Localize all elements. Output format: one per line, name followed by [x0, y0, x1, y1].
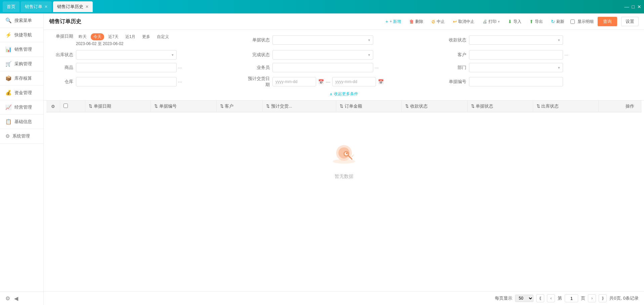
- sidebar-item-operations[interactable]: 📈 经营管理: [0, 100, 43, 115]
- sidebar-item-basic-info[interactable]: 📋 基础信息: [0, 115, 43, 129]
- col-amount[interactable]: ⇅ 订单金额: [336, 101, 402, 112]
- calendar-start-icon[interactable]: 📅: [318, 79, 324, 84]
- export-button[interactable]: ⬆ 导出: [527, 18, 545, 26]
- sidebar-item-search-menu[interactable]: 🔍 搜索菜单: [0, 13, 43, 28]
- warehouse-filter-label: 仓库: [49, 79, 76, 85]
- empty-icon: [327, 139, 361, 169]
- col-outbound-status[interactable]: ⇅ 出库状态: [533, 101, 598, 112]
- warehouse-dots[interactable]: ···: [178, 79, 182, 84]
- settings-button[interactable]: 设置: [621, 17, 639, 26]
- inventory-icon: 📦: [5, 75, 12, 81]
- payment-status-select[interactable]: ▾: [469, 35, 563, 45]
- date-chip-yesterday[interactable]: 昨天: [76, 33, 89, 40]
- date-chip-more[interactable]: 更多: [139, 33, 153, 40]
- col-date[interactable]: ⇅ 单据日期: [85, 101, 151, 112]
- calendar-end-icon[interactable]: 📅: [378, 79, 384, 84]
- tab-sales-order-history-label: 销售订单历史: [57, 4, 83, 10]
- stop-icon: ⊘: [431, 19, 435, 24]
- warehouse-input[interactable]: [76, 77, 177, 86]
- page-size-select[interactable]: 50 20 100: [515, 295, 533, 302]
- date-chips: 昨天 今天 近7天 近1月 更多 自定义: [76, 33, 172, 40]
- date-chip-today[interactable]: 今天: [91, 33, 104, 40]
- export-icon: ⬆: [529, 19, 533, 24]
- col-customer[interactable]: ⇅ 客户: [216, 101, 262, 112]
- date-filter-label: 单据日期: [49, 33, 76, 39]
- display-detail-toggle[interactable]: 显示明细: [570, 19, 594, 25]
- import-button[interactable]: ⬇ 导入: [506, 18, 523, 26]
- close-button[interactable]: ✕: [637, 4, 641, 9]
- customer-dots[interactable]: ···: [564, 52, 568, 58]
- col-no[interactable]: ⇅ 单据编号: [151, 101, 216, 112]
- sidebar-item-label: 搜索菜单: [14, 17, 32, 24]
- sidebar-item-system[interactable]: ⚙ 系统管理: [0, 129, 43, 144]
- window-controls: — □ ✕: [625, 4, 641, 9]
- table-header-row: ⚙ ⇅ 单据日期 ⇅ 单据编号 ⇅: [46, 101, 641, 112]
- date-chip-7days[interactable]: 近7天: [105, 33, 121, 40]
- department-select[interactable]: ▾: [469, 63, 563, 72]
- minimize-button[interactable]: —: [625, 4, 629, 9]
- date-chip-1month[interactable]: 近1月: [123, 33, 138, 40]
- sidebar-item-inventory[interactable]: 📦 库存核算: [0, 71, 43, 86]
- delivery-date-start[interactable]: yyyy-mm-dd: [272, 77, 316, 86]
- settings-icon[interactable]: ⚙: [5, 295, 10, 302]
- product-filter-label: 商品: [49, 65, 76, 71]
- quick-nav-icon: ⚡: [5, 32, 12, 38]
- sidebar-item-sales[interactable]: 📊 销售管理: [0, 42, 43, 57]
- query-button[interactable]: 查询: [598, 17, 617, 26]
- salesperson-dots[interactable]: ···: [375, 65, 379, 70]
- tab-sales-order-close[interactable]: ✕: [44, 4, 48, 9]
- delivery-date-end[interactable]: yyyy-mm-dd: [332, 77, 376, 86]
- print-button[interactable]: 🖨 打印 ▾: [480, 18, 502, 26]
- total-records-label: 共0页, 0条记录: [609, 295, 639, 301]
- cancel-button[interactable]: ↩ 取消中止: [451, 18, 476, 26]
- new-button[interactable]: + + 新增: [383, 18, 403, 26]
- tab-sales-order-history-close[interactable]: ✕: [85, 4, 89, 9]
- last-page-button[interactable]: ⟫: [599, 294, 607, 302]
- collapse-sidebar-icon[interactable]: ◀: [14, 295, 18, 302]
- page-title: 销售订单历史: [49, 18, 81, 25]
- purchase-icon: 🛒: [5, 61, 12, 67]
- refresh-icon: ↻: [551, 19, 555, 24]
- bill-no-input[interactable]: [469, 77, 563, 86]
- page-number-input[interactable]: [565, 294, 578, 302]
- next-page-button[interactable]: ›: [588, 294, 596, 302]
- product-input[interactable]: [76, 63, 177, 72]
- main-layout: 🔍 搜索菜单 ⚡ 快捷导航 📊 销售管理 🛒 采购管理 📦 库存核算 💰 资金管…: [0, 13, 644, 305]
- display-detail-checkbox[interactable]: [570, 20, 575, 24]
- salesperson-input[interactable]: [272, 63, 373, 72]
- first-page-button[interactable]: ⟪: [536, 294, 544, 302]
- tab-home[interactable]: 首页: [3, 1, 19, 12]
- col-delivery[interactable]: ⇅ 预计交货...: [262, 101, 336, 112]
- sidebar-item-finance[interactable]: 💰 资金管理: [0, 86, 43, 100]
- refresh-button[interactable]: ↻ 刷新: [549, 18, 566, 26]
- prev-page-button[interactable]: ‹: [547, 294, 555, 302]
- stop-label: 中止: [437, 19, 445, 25]
- date-chip-custom[interactable]: 自定义: [154, 33, 172, 40]
- plus-icon: +: [385, 19, 388, 24]
- completion-status-select[interactable]: ▾: [272, 50, 373, 60]
- col-bill-status[interactable]: ⇅ 单据状态: [467, 101, 533, 112]
- maximize-button[interactable]: □: [632, 4, 635, 9]
- sidebar-item-purchase[interactable]: 🛒 采购管理: [0, 57, 43, 71]
- bill-no-filter-label: 单据编号: [442, 79, 469, 85]
- svg-point-5: [346, 152, 347, 154]
- table-checkbox-header[interactable]: [60, 101, 85, 112]
- customer-input[interactable]: [469, 50, 563, 60]
- tab-sales-order-history[interactable]: 销售订单历史 ✕: [53, 1, 93, 12]
- col-payment-status[interactable]: ⇅ 收款状态: [402, 101, 467, 112]
- collapse-filter-button[interactable]: ∧ 收起更多条件: [49, 91, 639, 97]
- select-all-checkbox[interactable]: [63, 104, 68, 108]
- bill-status-select[interactable]: ▾: [272, 35, 373, 45]
- delete-button[interactable]: 🗑 删除: [407, 18, 425, 26]
- basic-info-icon: 📋: [5, 119, 12, 125]
- cancel-label: 取消中止: [458, 19, 474, 25]
- bill-status-label: 单据状态: [246, 37, 272, 43]
- sidebar-item-quick-nav[interactable]: ⚡ 快捷导航: [0, 28, 43, 42]
- tab-sales-order[interactable]: 销售订单 ✕: [21, 1, 52, 12]
- outbound-status-select[interactable]: ▾: [76, 50, 177, 60]
- product-dots[interactable]: ···: [178, 65, 182, 70]
- sidebar-item-label: 库存核算: [14, 75, 32, 81]
- stop-button[interactable]: ⊘ 中止: [429, 18, 447, 26]
- completion-status-chevron-icon: ▾: [368, 53, 370, 57]
- table-settings-cell[interactable]: ⚙: [46, 101, 60, 112]
